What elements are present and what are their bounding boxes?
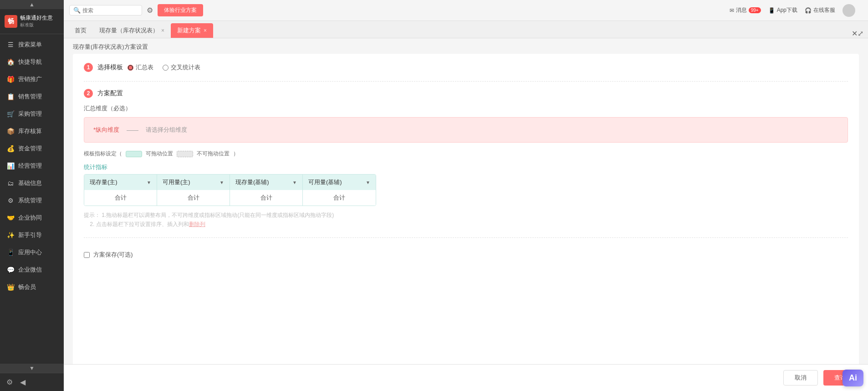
system-icon: ⚙ [6, 196, 15, 205]
quick-nav-icon: 🏠 [6, 58, 15, 66]
sidebar-item-label: 畅会员 [18, 283, 36, 291]
tab-bar: 首页 现存量（库存状况表） × 新建方案 × ✕ ⤢ [64, 21, 868, 38]
stats-table: 现存量(主) ▼ 可用量(主) ▼ 现存量(基辅) ▼ [84, 174, 376, 206]
sidebar-item-purchase[interactable]: 🛒 采购管理 [0, 105, 64, 123]
sidebar-item-label: 经营管理 [18, 162, 42, 170]
tab-inventory-status-close[interactable]: × [161, 27, 164, 34]
sidebar-item-label: 系统管理 [18, 196, 42, 205]
step2-header: 2 方案配置 [84, 89, 848, 98]
sidebar-item-label: 企业微信 [18, 266, 42, 274]
sidebar-item-search-menu[interactable]: ☰ 搜索菜单 [0, 36, 64, 53]
sidebar-item-guide[interactable]: ✨ 新手引导 [0, 226, 64, 244]
stats-col-header-2[interactable]: 现存量(基辅) ▼ [230, 175, 303, 190]
online-service-btn[interactable]: 🎧 在线客服 [805, 6, 835, 14]
sidebar-item-operation[interactable]: 📊 经营管理 [0, 157, 64, 175]
cancel-button[interactable]: 取消 [783, 370, 818, 386]
dimension-placeholder: 请选择分组维度 [146, 126, 187, 134]
sidebar-item-label: 资金管理 [18, 144, 42, 153]
save-checkbox[interactable] [84, 252, 90, 258]
sidebar-item-cooperation[interactable]: 🤝 企业协同 [0, 209, 64, 226]
tab-home[interactable]: 首页 [68, 23, 93, 38]
topbar: 🔍 ⚙ 体验行业方案 ✉ 消息 99+ 📱 App下载 🎧 在线客服 [64, 0, 868, 21]
sidebar-item-finance[interactable]: 💰 资金管理 [0, 140, 64, 157]
stats-col-header-1[interactable]: 可用量(主) ▼ [157, 175, 230, 190]
tab-close-panel-btn[interactable]: ✕ [852, 29, 858, 38]
tab-inventory-status-label: 现存量（库存状况表） [99, 26, 158, 35]
messages-btn[interactable]: ✉ 消息 99+ [730, 6, 761, 14]
stats-col-dropdown-0[interactable]: ▼ [147, 180, 151, 185]
tab-home-label: 首页 [75, 26, 87, 35]
legend-non-draggable-indicator [177, 151, 193, 157]
stats-col-label-3: 可用量(基辅) [308, 178, 342, 186]
sidebar-item-quick-nav[interactable]: 🏠 快捷导航 [0, 53, 64, 71]
sidebar-item-label: 快捷导航 [18, 58, 42, 66]
legend-prefix: 模板指标设定（ [84, 150, 122, 158]
stats-section: 统计指标 现存量(主) ▼ 可用量(主) ▼ [84, 163, 848, 206]
sidebar-item-sales[interactable]: 📋 销售管理 [0, 88, 64, 105]
legend-suffix: ） [233, 150, 239, 158]
tab-inventory-status[interactable]: 现存量（库存状况表） × [93, 23, 171, 38]
stats-col-body-1: 合计 [157, 190, 230, 206]
sidebar-item-member[interactable]: 👑 畅会员 [0, 278, 64, 296]
topbar-gear-icon[interactable]: ⚙ [147, 6, 153, 15]
save-label: 方案保存(可选) [93, 251, 133, 259]
app-download-btn[interactable]: 📱 App下载 [768, 6, 797, 14]
sidebar-item-label: 新手引导 [18, 231, 42, 239]
radio-summary-input[interactable] [128, 65, 133, 71]
sidebar-item-system[interactable]: ⚙ 系统管理 [0, 192, 64, 209]
radio-cross-input[interactable] [163, 65, 168, 71]
search-input[interactable] [82, 7, 138, 14]
legend-draggable-indicator [126, 151, 142, 157]
save-section: 方案保存(可选) [84, 245, 848, 261]
tab-new-plan[interactable]: 新建方案 × [171, 23, 213, 38]
save-divider [84, 237, 848, 238]
inventory-icon: 📦 [6, 127, 15, 135]
tips-title-label: 提示： [84, 212, 100, 218]
tab-new-plan-close[interactable]: × [204, 27, 207, 34]
stats-col-header-0[interactable]: 现存量(主) ▼ [84, 175, 157, 190]
radio-summary[interactable]: 汇总表 [128, 63, 153, 72]
sidebar-item-marketing[interactable]: 🎁 营销推广 [0, 71, 64, 88]
app-center-icon: 📱 [6, 248, 15, 257]
stats-col-dropdown-3[interactable]: ▼ [366, 180, 370, 185]
tab-expand-btn[interactable]: ⤢ [858, 29, 863, 38]
step-divider [84, 81, 848, 82]
step2-section: 2 方案配置 汇总维度（必选） *纵向维度 —— 请选择分组维度 模板指标设定（… [84, 89, 848, 228]
settings-icon[interactable]: ⚙ [6, 378, 13, 386]
topbar-search-box[interactable]: 🔍 [69, 5, 142, 15]
content-area: 现存量(库存状况表)方案设置 1 选择模板 汇总表 交叉统计表 [64, 38, 868, 391]
main-area: 🔍 ⚙ 体验行业方案 ✉ 消息 99+ 📱 App下载 🎧 在线客服 [64, 0, 868, 391]
sidebar-item-inventory[interactable]: 📦 库存核算 [0, 123, 64, 140]
stats-col-dropdown-1[interactable]: ▼ [220, 180, 224, 185]
sidebar-item-label: 企业协同 [18, 214, 42, 222]
sidebar-item-app-center[interactable]: 📱 应用中心 [0, 244, 64, 261]
radio-cross-label: 交叉统计表 [171, 63, 200, 72]
sidebar-item-basic-info[interactable]: 🗂 基础信息 [0, 175, 64, 192]
step1-badge: 1 [84, 63, 93, 72]
sidebar-item-wechat[interactable]: 💬 企业微信 [0, 261, 64, 278]
dimension-row[interactable]: *纵向维度 —— 请选择分组维度 [84, 117, 848, 143]
stats-col-label-1: 可用量(主) [163, 178, 190, 186]
stats-col-dropdown-2[interactable]: ▼ [292, 180, 297, 185]
guide-icon: ✨ [6, 231, 15, 239]
tip-1: 1.拖动标题栏可以调整布局，不可跨维度或指标区域拖动(只能在同一维度或指标区域内… [102, 212, 334, 218]
user-avatar[interactable] [842, 4, 855, 17]
messages-badge: 99+ [749, 7, 761, 13]
template-radio-group: 汇总表 交叉统计表 [128, 63, 200, 72]
stats-col-body-3: 合计 [303, 190, 376, 206]
tip-delete-link[interactable]: 删除列 [189, 221, 205, 227]
sidebar-scroll-down[interactable]: ▼ [0, 364, 64, 373]
search-icon: 🔍 [73, 7, 81, 14]
radio-summary-label: 汇总表 [136, 63, 153, 72]
dimension-required-label: *纵向维度 [93, 126, 119, 134]
industry-btn[interactable]: 体验行业方案 [158, 4, 203, 16]
stats-col-label-0: 现存量(主) [90, 178, 117, 186]
sidebar-scroll-up[interactable]: ▲ [0, 0, 64, 9]
radio-cross[interactable]: 交叉统计表 [163, 63, 200, 72]
messages-label: 消息 [736, 6, 747, 14]
stats-col-label-2: 现存量(基辅) [235, 178, 269, 186]
stats-col-header-3[interactable]: 可用量(基辅) ▼ [303, 175, 376, 190]
ai-badge[interactable]: Ai [842, 370, 863, 386]
collapse-icon[interactable]: ◀ [20, 378, 26, 386]
wechat-icon: 💬 [6, 266, 15, 274]
